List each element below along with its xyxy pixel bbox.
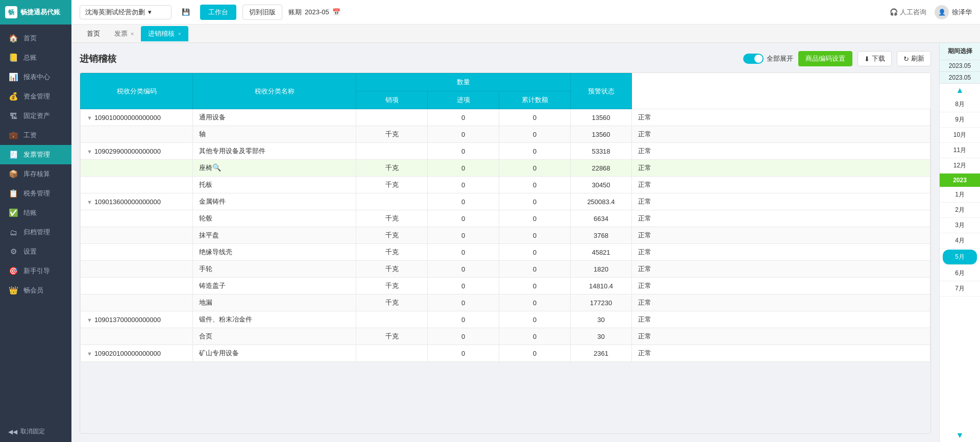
- sidebar-icon-capital: 💰: [8, 92, 18, 101]
- sidebar-item-settings[interactable]: ⚙设置: [0, 242, 71, 261]
- sidebar-item-payroll[interactable]: 💼工资: [0, 126, 71, 145]
- period-up-arrow[interactable]: ▲: [940, 84, 980, 97]
- cell-warning: 正常: [632, 294, 930, 311]
- cell-code: ▼109013600000000000: [81, 193, 193, 210]
- company-selector[interactable]: 沈海英测试经营勿删 ▾: [80, 5, 172, 19]
- toggle-track[interactable]: [743, 54, 764, 64]
- page-title: 进销稽核: [80, 53, 116, 65]
- customer-service[interactable]: 🎧 人工咨询: [890, 8, 926, 17]
- period-item-12月[interactable]: 12月: [940, 158, 980, 174]
- period-item-6月[interactable]: 6月: [940, 266, 980, 281]
- cell-total: 13560: [571, 109, 632, 126]
- period-selector[interactable]: 账期 2023-05 📅: [288, 8, 340, 17]
- sidebar-icon-ledger: 📒: [8, 53, 18, 62]
- sidebar-item-capital[interactable]: 💰资金管理: [0, 87, 71, 106]
- save-draft-button[interactable]: 💾: [178, 6, 194, 18]
- cell-total: 2361: [571, 345, 632, 362]
- cell-code: [81, 244, 193, 261]
- sidebar-item-reports[interactable]: 📊报表中心: [0, 67, 71, 87]
- tab-invoice[interactable]: 发票×: [107, 26, 141, 41]
- col-tax-code: 税收分类编码: [81, 73, 193, 109]
- user-name: 徐泽华: [952, 8, 972, 17]
- user-menu[interactable]: 👤 徐泽华: [935, 5, 972, 19]
- period-item-10月[interactable]: 10月: [940, 128, 980, 143]
- sidebar-item-home[interactable]: 🏠首页: [0, 29, 71, 48]
- tab-close-invoice[interactable]: ×: [131, 31, 134, 37]
- cell-warning: 正常: [632, 328, 930, 345]
- tab-bar: 首页发票×进销稽核×: [71, 24, 980, 43]
- sidebar-item-checkout[interactable]: ✅结账: [0, 203, 71, 223]
- page-content: 进销稽核 全部展开 商品编码设置 ⬇ 下载 ↻ 刷: [71, 43, 939, 442]
- workbench-button[interactable]: 工作台: [200, 5, 236, 20]
- sidebar-icon-tax: 📋: [8, 189, 18, 198]
- period-item-4月[interactable]: 4月: [940, 233, 980, 249]
- sidebar-item-inventory[interactable]: 📦库存核算: [0, 164, 71, 184]
- search-icon[interactable]: 🔍: [212, 163, 221, 171]
- period-item-3月[interactable]: 3月: [940, 218, 980, 233]
- cell-unit: 千克: [356, 160, 428, 177]
- sidebar-item-ledger[interactable]: 📒总账: [0, 48, 71, 67]
- sidebar-label-invoice: 发票管理: [23, 150, 50, 159]
- sidebar-icon-invoice: 🧾: [8, 150, 18, 159]
- sidebar-item-invoice[interactable]: 🧾发票管理: [0, 145, 71, 164]
- cell-name: 抹平盘: [193, 227, 356, 244]
- expand-label: 全部展开: [767, 54, 793, 63]
- sidebar-item-tax[interactable]: 📋税务管理: [0, 184, 71, 203]
- expand-icon[interactable]: ▼: [87, 351, 92, 357]
- col-tax-name: 税收分类名称: [193, 73, 356, 109]
- unpin-icon: ◀◀: [8, 428, 17, 435]
- cell-purchase: 0: [499, 294, 571, 311]
- cell-unit: 千克: [356, 278, 428, 294]
- expand-toggle[interactable]: 全部展开: [743, 54, 793, 64]
- tab-close-reconcile[interactable]: ×: [178, 31, 181, 37]
- cell-unit: 千克: [356, 210, 428, 227]
- sidebar-item-assets[interactable]: 🏗固定资产: [0, 106, 71, 126]
- period-item-5月[interactable]: 5月: [943, 250, 977, 265]
- expand-icon[interactable]: ▼: [87, 317, 92, 323]
- service-label: 人工咨询: [900, 8, 926, 17]
- cell-name: 铸造盖子: [193, 278, 356, 294]
- period-item-2023[interactable]: 2023: [940, 174, 980, 187]
- table-row: 手轮 千克 0 0 1820 正常: [81, 261, 930, 278]
- cell-unit: 千克: [356, 177, 428, 193]
- table-row: 托板 千克 0 0 30450 正常: [81, 177, 930, 193]
- sidebar-label-inventory: 库存核算: [23, 169, 50, 179]
- product-code-button[interactable]: 商品编码设置: [798, 51, 852, 66]
- cell-purchase: 0: [499, 345, 571, 362]
- period-value: 2023-05: [305, 8, 329, 16]
- cell-code: [81, 278, 193, 294]
- cell-purchase: 0: [499, 177, 571, 193]
- expand-icon[interactable]: ▼: [87, 115, 92, 121]
- period-item-11月[interactable]: 11月: [940, 143, 980, 158]
- cell-name: 矿山专用设备: [193, 345, 356, 362]
- sidebar-footer[interactable]: ◀◀ 取消固定: [0, 421, 71, 442]
- sidebar-item-guide[interactable]: 🎯新手引导: [0, 261, 71, 281]
- expand-icon[interactable]: ▼: [87, 149, 92, 155]
- switch-version-button[interactable]: 切到旧版: [242, 5, 282, 20]
- cell-sales: 0: [428, 160, 499, 177]
- cell-sales: 0: [428, 261, 499, 278]
- download-button[interactable]: ⬇ 下载: [857, 51, 892, 66]
- period-item-1月[interactable]: 1月: [940, 187, 980, 203]
- cell-purchase: 0: [499, 193, 571, 210]
- sidebar-item-member[interactable]: 👑畅会员: [0, 281, 71, 300]
- cell-warning: 正常: [632, 227, 930, 244]
- period-down-arrow[interactable]: ▼: [940, 429, 980, 442]
- cell-unit: [356, 143, 428, 160]
- period-item-7月[interactable]: 7月: [940, 281, 980, 297]
- cell-sales: 0: [428, 143, 499, 160]
- tab-reconcile[interactable]: 进销稽核×: [141, 26, 188, 41]
- refresh-button[interactable]: ↻ 刷新: [897, 51, 931, 66]
- cell-purchase: 0: [499, 160, 571, 177]
- period-item-2月[interactable]: 2月: [940, 203, 980, 218]
- expand-icon[interactable]: ▼: [87, 199, 92, 205]
- period-item-9月[interactable]: 9月: [940, 112, 980, 128]
- company-name: 沈海英测试经营勿删: [85, 8, 145, 17]
- sidebar-icon-settings: ⚙: [8, 247, 18, 256]
- content-area: 进销稽核 全部展开 商品编码设置 ⬇ 下载 ↻ 刷: [71, 43, 980, 442]
- sidebar-item-archive[interactable]: 🗂归档管理: [0, 223, 71, 242]
- tab-home[interactable]: 首页: [80, 26, 107, 41]
- cell-warning: 正常: [632, 177, 930, 193]
- table-row: 座椅🔍 千克 0 0 22868 正常: [81, 160, 930, 177]
- period-item-8月[interactable]: 8月: [940, 97, 980, 112]
